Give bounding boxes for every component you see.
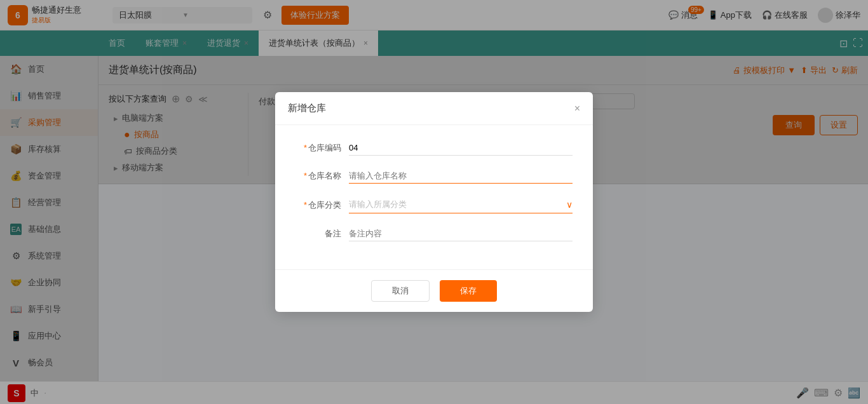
name-input[interactable] [349, 168, 573, 184]
category-select[interactable]: 请输入所属分类 ∨ [349, 196, 573, 213]
dialog-body: *仓库编码 *仓库名称 *仓库分类 请输入所属分类 ∨ [275, 125, 593, 269]
dialog-footer: 取消 保存 [275, 269, 593, 312]
note-label: 备注 [295, 228, 341, 239]
dialog-title: 新增仓库 [288, 102, 326, 114]
code-input[interactable] [349, 140, 573, 156]
name-label: *仓库名称 [295, 170, 341, 182]
code-label: *仓库编码 [295, 142, 341, 154]
modal-overlay: 新增仓库 × *仓库编码 *仓库名称 *仓库分类 [0, 0, 868, 404]
note-input[interactable] [349, 226, 573, 241]
category-placeholder: 请输入所属分类 [349, 199, 407, 210]
form-row-note: 备注 [295, 226, 573, 241]
form-row-category: *仓库分类 请输入所属分类 ∨ [295, 196, 573, 213]
category-label: *仓库分类 [295, 199, 341, 211]
form-row-code: *仓库编码 [295, 140, 573, 156]
form-row-name: *仓库名称 [295, 168, 573, 184]
dialog-close-icon[interactable]: × [574, 103, 580, 114]
category-dropdown-icon: ∨ [566, 199, 573, 210]
dialog-header: 新增仓库 × [275, 92, 593, 125]
cancel-button[interactable]: 取消 [371, 280, 430, 302]
save-button[interactable]: 保存 [440, 280, 497, 302]
add-warehouse-dialog: 新增仓库 × *仓库编码 *仓库名称 *仓库分类 [275, 92, 593, 312]
